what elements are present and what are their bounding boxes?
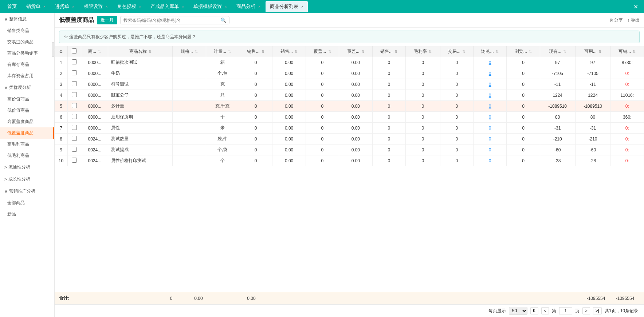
row-coverage2: 0.00 xyxy=(339,79,372,90)
next-page-button[interactable]: > xyxy=(582,307,590,314)
per-page-select[interactable]: 50 100 200 xyxy=(509,307,527,315)
spec-column-header[interactable]: 规格... ⇅ xyxy=(173,46,206,57)
coverage1-column-header[interactable]: 覆盖... ⇅ xyxy=(306,46,339,57)
row-select-checkbox[interactable] xyxy=(72,81,77,86)
row-select-checkbox[interactable] xyxy=(72,158,77,163)
row-checkbox[interactable] xyxy=(67,79,81,90)
row-browse1[interactable]: 0 xyxy=(473,134,506,144)
close-icon[interactable]: × xyxy=(301,5,303,9)
code-column-header[interactable]: 商... ⇅ xyxy=(81,46,108,57)
sidebar-item-category-rate[interactable]: 商品分类动销率 xyxy=(0,48,54,59)
browse1-column-header[interactable]: 浏览... ⇅ xyxy=(473,46,506,57)
search-icon[interactable]: 🔍 xyxy=(220,17,226,23)
select-all-checkbox[interactable] xyxy=(72,48,77,54)
first-page-button[interactable]: K xyxy=(530,307,538,314)
close-icon[interactable]: × xyxy=(139,5,141,9)
name-column-header[interactable]: 商品名称 ⇅ xyxy=(108,46,173,57)
unit-column-header[interactable]: 计量... ⇅ xyxy=(206,46,239,57)
sales-amount-column-header[interactable]: 销售... ⇅ xyxy=(272,46,306,57)
row-browse1[interactable]: 0 xyxy=(473,68,506,79)
sidebar-collapse-button[interactable]: « xyxy=(52,42,55,57)
close-icon[interactable]: × xyxy=(43,5,46,9)
sidebar-item-sales-goods[interactable]: 销售类商品 xyxy=(0,25,54,36)
close-icon[interactable]: × xyxy=(258,5,260,9)
available-stock-column-header[interactable]: 可用... ⇅ xyxy=(575,46,610,57)
sidebar-section-growth[interactable]: > 成长性分析 xyxy=(0,173,54,185)
sidebar-item-high-coverage[interactable]: 高覆盖度商品 xyxy=(0,116,54,127)
search-input[interactable] xyxy=(123,18,219,23)
close-icon[interactable]: × xyxy=(106,5,108,9)
nav-tab-role[interactable]: 角色授权 × xyxy=(113,1,146,12)
row-select-checkbox[interactable] xyxy=(72,114,77,119)
settings-column-header[interactable]: ⚙ xyxy=(55,46,67,57)
row-select-checkbox[interactable] xyxy=(72,103,77,108)
window-close-button[interactable]: ✕ xyxy=(631,3,641,10)
nav-tab-home[interactable]: 首页 xyxy=(3,1,21,12)
sidebar-item-high-value[interactable]: 高价值商品 xyxy=(0,94,54,105)
sidebar-section-overview[interactable]: ∨ 整体信息 xyxy=(0,13,54,25)
sidebar-item-high-margin[interactable]: 高毛利商品 xyxy=(0,139,54,150)
row-checkbox[interactable] xyxy=(67,123,81,134)
row-checkbox[interactable] xyxy=(67,134,81,144)
nav-tab-analysis[interactable]: 商品分析 × xyxy=(232,1,265,12)
sidebar-item-traded-goods[interactable]: 交易过的商品 xyxy=(0,36,54,48)
gross-margin-column-header[interactable]: 毛利率 ⇅ xyxy=(405,46,440,57)
coverage2-column-header[interactable]: 覆盖... ⇅ xyxy=(339,46,372,57)
sales-rate-column-header[interactable]: 销售... ⇅ xyxy=(372,46,405,57)
nav-tab-purchase[interactable]: 进货单 × xyxy=(51,1,79,12)
nav-tab-permission[interactable]: 权限设置 × xyxy=(79,1,112,12)
sidebar-item-all-goods[interactable]: 全部商品 xyxy=(0,197,54,209)
sidebar-item-low-margin[interactable]: 低毛利商品 xyxy=(0,150,54,161)
sidebar-section-marketing[interactable]: ∨ 营销推广分析 xyxy=(0,185,54,197)
row-browse1[interactable]: 0 xyxy=(473,90,506,101)
row-checkbox[interactable] xyxy=(67,101,81,112)
sidebar-section-cluster[interactable]: ∨ 类群度分析 xyxy=(0,82,54,94)
sidebar-item-low-value[interactable]: 低价值商品 xyxy=(0,105,54,116)
row-select-checkbox[interactable] xyxy=(72,59,77,64)
row-select-checkbox[interactable] xyxy=(72,125,77,130)
row-browse1[interactable]: 0 xyxy=(473,155,506,166)
row-checkbox[interactable] xyxy=(67,57,81,68)
nav-tab-template[interactable]: 单据模板设置 × xyxy=(189,1,231,12)
saleable-column-header[interactable]: 可销... ⇅ xyxy=(610,46,644,57)
row-browse1[interactable]: 0 xyxy=(473,112,506,123)
prev-page-button[interactable]: < xyxy=(541,307,549,314)
row-select-checkbox[interactable] xyxy=(72,70,77,75)
page-number-input[interactable] xyxy=(559,307,572,314)
nav-tab-product-entry[interactable]: 产成品入库单 × xyxy=(146,1,188,12)
close-icon[interactable]: × xyxy=(182,5,184,9)
sidebar-section-circulation[interactable]: > 流通性分析 xyxy=(0,161,54,173)
row-checkbox[interactable] xyxy=(67,144,81,155)
sales-qty-column-header[interactable]: 销售... ⇅ xyxy=(239,46,272,57)
row-checkbox[interactable] xyxy=(67,155,81,166)
row-browse1[interactable]: 0 xyxy=(473,144,506,155)
row-browse1[interactable]: 0 xyxy=(473,101,506,112)
current-stock-column-header[interactable]: 现有... ⇅ xyxy=(540,46,575,57)
browse2-column-header[interactable]: 浏览... ⇅ xyxy=(507,46,540,57)
row-select-checkbox[interactable] xyxy=(72,92,77,97)
sidebar-item-new-goods[interactable]: 新品 xyxy=(0,209,54,220)
transaction-column-header[interactable]: 交易... ⇅ xyxy=(440,46,473,57)
close-icon[interactable]: × xyxy=(72,5,74,9)
row-checkbox[interactable] xyxy=(67,68,81,79)
row-sales-qty: 0 xyxy=(239,123,272,134)
sidebar-item-stock-capital[interactable]: 库存资金占用 xyxy=(0,70,54,82)
export-button[interactable]: ↑ 导出 xyxy=(627,17,640,23)
sidebar-item-in-stock[interactable]: 有库存商品 xyxy=(0,59,54,70)
close-icon[interactable]: × xyxy=(225,5,227,9)
row-browse1[interactable]: 0 xyxy=(473,123,506,134)
row-checkbox[interactable] xyxy=(67,90,81,101)
sidebar-item-low-coverage[interactable]: 低覆盖度商品 xyxy=(0,127,54,139)
row-browse1[interactable]: 0 xyxy=(473,57,506,68)
nav-tab-sales[interactable]: 销货单 × xyxy=(22,1,50,12)
row-checkbox[interactable] xyxy=(67,112,81,123)
nav-tab-analysis-list[interactable]: 商品分析列表 × xyxy=(266,1,308,12)
row-browse1[interactable]: 0 xyxy=(473,79,506,90)
last-page-button[interactable]: >| xyxy=(593,307,602,314)
row-select-checkbox[interactable] xyxy=(72,147,77,152)
share-button[interactable]: ⎘ 分享 xyxy=(610,17,623,23)
period-button[interactable]: 近一月 xyxy=(97,16,117,24)
data-table: ⚙ 商... ⇅ 商品名称 ⇅ 规格... ⇅ 计量... ⇅ 销售... ⇅ … xyxy=(55,46,644,166)
row-select-checkbox[interactable] xyxy=(72,136,77,141)
checkbox-column-header[interactable] xyxy=(67,46,81,57)
